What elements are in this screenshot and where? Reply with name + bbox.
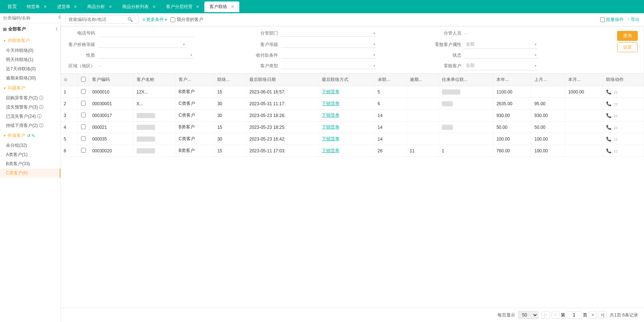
col-gear[interactable]: ⚙: [61, 74, 78, 86]
row-actions[interactable]: 📞 ⚏: [603, 145, 644, 157]
sidebar-search-icon[interactable]: 🔍: [58, 15, 61, 21]
close-tab-analysis[interactable]: ✕: [109, 4, 112, 9]
sidebar-search-input[interactable]: [3, 15, 58, 21]
row-last-method[interactable]: 下销货单: [319, 110, 374, 121]
nav-tab-purchase[interactable]: 进货单 ✕: [52, 1, 82, 12]
row-code: 00030020: [89, 145, 133, 157]
row-actions[interactable]: 📞 ⚏: [603, 133, 644, 145]
phone-icon[interactable]: 📞: [606, 137, 612, 142]
row-last-method[interactable]: 下销货单: [319, 145, 374, 157]
batch-operation-button[interactable]: 批量操作: [600, 17, 624, 23]
per-page-select[interactable]: 50 100 200: [518, 311, 538, 319]
sidebar-item-overdue[interactable]: 逾期未联络(30): [0, 74, 60, 83]
grid-action-icon[interactable]: ⚏: [614, 89, 618, 95]
close-tab-customer-contact[interactable]: ✕: [231, 4, 234, 9]
query-button[interactable]: 查询: [617, 31, 638, 41]
toolbar-search-button[interactable]: 🔍: [127, 17, 133, 22]
toolbar-right-actions: 批量操作 ↑ 导出: [600, 17, 640, 23]
next-page-button[interactable]: >: [589, 311, 597, 319]
sidebar-item-tomorrow[interactable]: 明天待联络(1): [0, 55, 60, 64]
row-actions[interactable]: 📞 ⚏: [603, 86, 644, 98]
select-all-checkbox[interactable]: [81, 77, 86, 82]
nav-tab-home[interactable]: 首页: [3, 1, 21, 12]
close-tab-purchase[interactable]: ✕: [74, 4, 77, 9]
row-checkbox[interactable]: [78, 121, 89, 133]
filter-select-status[interactable]: ▾: [464, 52, 538, 59]
phone-icon[interactable]: 📞: [606, 101, 612, 106]
row-actions[interactable]: 📞 ⚏: [603, 98, 644, 110]
sidebar-section-problem[interactable]: 问题客户: [0, 83, 60, 93]
filter-select-customer-type[interactable]: ▾: [281, 63, 377, 69]
grid-action-icon[interactable]: ⚏: [614, 137, 618, 142]
sidebar-item-declining[interactable]: 持续下滑客户(2) ⓘ: [0, 121, 60, 130]
close-tab-sales[interactable]: ✕: [43, 4, 47, 9]
refresh-value-icon[interactable]: ↺: [27, 133, 31, 138]
row-name: [133, 145, 175, 157]
sidebar-section-pending[interactable]: 待联络客户: [0, 35, 60, 46]
page-number-input[interactable]: [567, 311, 581, 319]
close-tab-analysis-list[interactable]: ✕: [152, 4, 156, 9]
phone-icon[interactable]: 📞: [606, 125, 612, 130]
filter-ellipsis-person[interactable]: ···: [464, 31, 468, 36]
last-page-button[interactable]: >|: [598, 311, 607, 319]
row-actions[interactable]: 📞 ⚏: [603, 110, 644, 121]
filter-select-dept[interactable]: ▾: [281, 30, 377, 37]
filter-col-scatter-customer: 零散客户 全部 ▾: [432, 61, 611, 70]
sidebar-item-7days[interactable]: 近7天待联络(0): [0, 64, 60, 74]
my-customers-checkbox[interactable]: [170, 17, 175, 22]
row-actions[interactable]: 📞 ⚏: [603, 121, 644, 133]
phone-icon[interactable]: 📞: [606, 148, 612, 153]
phone-icon[interactable]: 📞: [606, 89, 612, 95]
sidebar-section-value[interactable]: 价值客户 ↺ ✎: [0, 130, 60, 141]
filter-select-payment[interactable]: ▾: [281, 52, 377, 59]
grid-action-icon[interactable]: ⚏: [614, 125, 618, 130]
export-button[interactable]: ↑ 导出: [627, 17, 640, 23]
nav-tab-customer-segment[interactable]: 客户分层经营 ✕: [161, 1, 205, 12]
sidebar-item-churn-warning[interactable]: 流失预警客户(3) ⓘ: [0, 103, 60, 112]
nav-tab-customer-contact[interactable]: 客户联络 ✕: [204, 1, 239, 12]
grid-action-icon[interactable]: ⚏: [614, 113, 618, 118]
sidebar-item-churned[interactable]: 已流失客户(24) ⓘ: [0, 112, 60, 121]
set-button[interactable]: 设置: [617, 42, 638, 52]
filter-select-scatter-attr[interactable]: 全部 ▾: [464, 40, 538, 49]
row-checkbox[interactable]: [78, 133, 89, 145]
row-this-month: 1000.00: [565, 86, 603, 98]
edit-value-icon[interactable]: ✎: [31, 133, 35, 138]
sidebar-item-today[interactable]: 今天待联络(0): [0, 46, 60, 55]
grid-action-icon[interactable]: ⚏: [614, 148, 618, 153]
row-checkbox[interactable]: [78, 86, 89, 98]
row-checkbox[interactable]: [78, 110, 89, 121]
col-select-all[interactable]: [78, 74, 89, 86]
nav-tab-sales[interactable]: 销货单 ✕: [21, 1, 52, 12]
first-page-button[interactable]: |<: [541, 311, 550, 319]
sidebar-item-class-b[interactable]: B类客户(33): [0, 159, 60, 169]
sidebar-item-class-c[interactable]: C类客户(6): [0, 169, 60, 178]
filter-select-scatter-customer[interactable]: 全部 ▾: [464, 61, 538, 70]
row-last-method[interactable]: 下销货单: [319, 121, 374, 133]
row-checkbox[interactable]: [78, 98, 89, 110]
row-last-method[interactable]: 下销货单: [319, 86, 374, 98]
filter-select-price-level[interactable]: ▾: [98, 41, 186, 48]
row-last-month: 50.00: [531, 121, 565, 133]
sidebar-all-customers[interactable]: ⊞ 全部客户 《: [0, 23, 60, 35]
row-last-method[interactable]: 下销货单: [319, 133, 374, 145]
nav-tab-analysis-list[interactable]: 商品分析列表 ✕: [117, 1, 161, 12]
more-conditions-button[interactable]: ≡ 更多条件 ▾: [142, 17, 167, 23]
filter-select-customer-level[interactable]: ▾: [281, 41, 377, 48]
collapse-sidebar-icon[interactable]: 《: [54, 27, 57, 32]
grid-action-icon[interactable]: ⚏: [614, 101, 618, 106]
sidebar-item-ungrouped[interactable]: 未分组(32): [0, 141, 60, 150]
nav-tab-analysis[interactable]: 商品分析 ✕: [82, 1, 117, 12]
sidebar-item-abnormal-repurchase[interactable]: 回购异常客户(2) ⓘ: [0, 93, 60, 103]
row-last-method[interactable]: 下销货单: [319, 98, 374, 110]
filter-ellipsis-region[interactable]: ···: [98, 63, 102, 68]
row-checkbox[interactable]: [78, 145, 89, 157]
filter-input-phone[interactable]: [98, 29, 194, 37]
sidebar-item-class-a[interactable]: A类客户(1): [0, 150, 60, 159]
close-tab-customer-segment[interactable]: ✕: [196, 4, 199, 9]
phone-icon[interactable]: 📞: [606, 113, 612, 118]
batch-checkbox[interactable]: [600, 17, 605, 22]
prev-page-button[interactable]: <: [552, 311, 559, 319]
toolbar-search-input[interactable]: [68, 17, 127, 22]
filter-select-nature[interactable]: ▾: [98, 52, 194, 59]
